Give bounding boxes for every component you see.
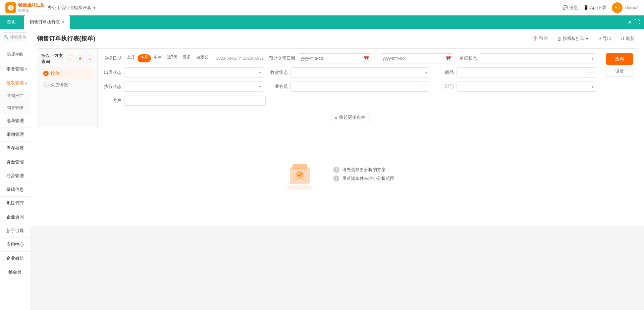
menu-group-operations: 经营管理 [0,169,30,183]
svg-point-0 [286,185,313,190]
tab-home[interactable]: 首页 [0,15,23,29]
print-arrow: ▾ [586,36,588,41]
date-range-text: 2023-03-01 至 2023-03-31 [216,56,264,61]
collapse-plan-btn[interactable]: « [86,55,93,62]
date-tab-thisyear[interactable]: 本年 [151,54,164,62]
shortcut-nav-label: 快捷导航 [7,51,23,57]
settings-plan-btn[interactable]: ⚙ [76,55,84,62]
menu-header-collab[interactable]: 企业协同 [0,210,30,224]
tab-close-icon[interactable]: × [62,20,64,24]
expected-date-label: 预计交货日期 [269,55,295,61]
message-action[interactable]: 💬 消息 [562,5,578,11]
exec-status-select[interactable]: ▾ [124,82,264,92]
payment-status-label: 收款状态 [269,69,288,75]
date-from-input[interactable] [298,53,371,63]
plan-dot-order: ● [43,71,49,76]
menu-header-base[interactable]: 基础信息 [0,183,30,196]
brand-name: 畅捷通好生意 [18,2,44,8]
tip-text-1: 请先选择要分析的方案 [342,167,386,173]
export-label: 导出 [603,36,611,42]
fullscreen-icon[interactable]: ⛶ [635,19,640,25]
salesman-dots-btn[interactable]: ··· [421,84,427,89]
date-tab-more[interactable]: 更多 [180,54,194,62]
query-btn[interactable]: 查询 [606,53,633,65]
app-download-action[interactable]: 📱 App下载 [583,5,606,11]
calendar-from-icon[interactable]: 📅 [364,56,369,61]
menu-header-finance[interactable]: 资金管理 [0,155,30,169]
stock-status-select[interactable]: ▾ [124,67,264,78]
payment-status-select[interactable]: ▾ [290,67,430,78]
menu-header-wechat[interactable]: 企业微信 [0,252,30,265]
help-btn[interactable]: ❓ 帮助 [530,34,550,43]
help-icon: ❓ [532,36,538,41]
filter-sidebar: 按以下方案查询 ＋ ⚙ « ● 按单 ○ [37,49,98,127]
menu-header-member[interactable]: 畅会员 [0,265,30,279]
calendar-to-icon[interactable]: 📅 [445,56,451,61]
filter-row-2: 出库状态 ▾ 收款状态 ▾ [103,67,596,78]
message-label: 消息 [569,5,578,11]
goods-dots-btn[interactable]: ··· [587,70,593,75]
customer-input[interactable]: ··· [124,96,266,106]
sidebar-item-marketing[interactable]: 营销推广 [0,90,30,102]
exec-status-field: 执行状态 ▾ [103,82,264,92]
search-menu-btn[interactable]: 🔍 搜索菜单 [3,32,27,42]
date-tab-7days[interactable]: 近7天 [164,54,180,62]
close-window-icon[interactable]: ✕ [628,19,632,25]
sidebar-item-shortcut[interactable]: 快捷导航 [0,48,30,60]
menu-header-newbie[interactable]: 新手引导 [0,224,30,238]
menu-group-newbie: 新手引导 [0,224,30,238]
tab-active[interactable]: 销售订单执行表 × [24,15,70,29]
menu-header-wholesale[interactable]: 批发管理 ▲ [0,76,30,90]
plan-label-order: 按单 [51,70,59,76]
date-tab-lastmonth[interactable]: 上月 [124,54,138,62]
menu-label-appstore: 应用中心 [6,242,24,248]
goods-input[interactable]: ··· [457,67,596,78]
add-plan-btn[interactable]: ＋ [67,55,74,62]
menu-header-system[interactable]: 系统管理 [0,197,30,210]
menu-label-finance: 资金管理 [6,159,24,165]
date-tabs: 上月 本月 本年 近7天 更多 自定义 [124,54,211,62]
menu-header-purchase[interactable]: 采购管理 [0,128,30,141]
menu-header-appstore[interactable]: 应用中心 [0,238,30,251]
breadcrumb-dropdown[interactable]: ▾ [93,5,96,10]
date-to-input[interactable] [380,53,453,63]
salesman-input[interactable]: ··· [290,82,430,92]
page-header: 销售订单执行表(按单) ❓ 帮助 🖨 按模板打印 ▾ ↗ 导出 [37,34,637,43]
filter-row-3: 执行状态 ▾ 业务员 ··· [103,82,596,92]
menu-header-ecommerce[interactable]: 电商管理 [0,114,30,127]
user-area[interactable]: Ea demo2 [612,2,639,13]
menu-header-retail[interactable]: 零售管理 ▼ [0,62,30,76]
date-tab-custom[interactable]: 自定义 [194,54,211,62]
payment-status-field: 收款状态 ▾ [269,67,430,78]
menu-label-operations: 经营管理 [6,173,24,179]
order-status-select[interactable]: ▾ [480,53,596,63]
print-btn[interactable]: 🖨 按模板打印 ▾ [554,34,591,43]
sidebar-nav: 快捷导航 [0,46,30,62]
empty-illustration [280,154,320,194]
dept-select[interactable]: ▾ [457,82,596,92]
breadcrumb-text: 办公用品行业模拟账套 [48,5,91,11]
plan-item-order[interactable]: ● 按单 [41,68,93,79]
tip-num-2: 2 [333,175,339,182]
tab-bar-right: ✕ ⛶ [628,19,644,25]
export-btn[interactable]: ↗ 导出 [595,34,614,43]
collapse-label: 收起更多条件 [339,114,365,120]
date-tab-thismonth[interactable]: 本月 [138,54,151,62]
menu-group-purchase: 采购管理 [0,128,30,142]
user-label: demo2 [625,5,639,10]
filter-actions-row: ∧ 收起更多条件 [103,110,596,122]
settings-btn[interactable]: 设置 [606,66,633,77]
menu-header-inventory[interactable]: 库存核算 [0,142,30,155]
refresh-btn[interactable]: ↺ 刷新 [618,34,637,43]
tab-bar: 首页 销售订单执行表 × ✕ ⛶ [0,15,644,29]
customer-dots-btn[interactable]: ··· [256,98,263,103]
exec-arrow: ▾ [259,85,261,89]
order-status-arrow: ▾ [592,57,593,60]
plan-item-backorder[interactable]: ○ 欠货情况 [41,80,93,90]
menu-header-operations[interactable]: 经营管理 [0,169,30,183]
sidebar-item-sales-mgmt[interactable]: 销售管理 [0,102,30,114]
collapse-conditions-btn[interactable]: ∧ 收起更多条件 [330,113,370,122]
menu-group-system: 系统管理 [0,197,30,210]
export-icon: ↗ [598,36,601,41]
main-layout: 🔍 搜索菜单 快捷导航 零售管理 ▼ 批发管理 ▲ 营销推广 [0,29,644,310]
